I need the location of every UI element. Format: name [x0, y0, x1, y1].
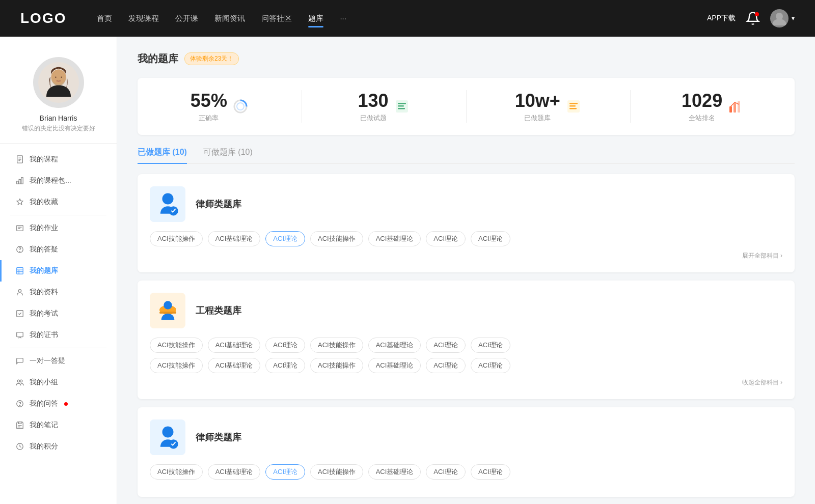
sidebar-item-one-on-one[interactable]: 一对一答疑 [0, 350, 117, 372]
sidebar-label-favorites: 我的收藏 [30, 198, 58, 207]
sidebar-item-homework[interactable]: 我的作业 [0, 217, 117, 239]
tag[interactable]: ACI基础理论 [208, 231, 261, 246]
sidebar-menu: 我的课程 我的课程包... 我的收藏 [0, 144, 117, 462]
certificate-icon [15, 330, 24, 340]
sidebar-item-points[interactable]: 我的积分 [0, 436, 117, 457]
svg-point-48 [162, 193, 173, 204]
tag[interactable]: ACI理论 [265, 338, 305, 353]
tag[interactable]: ACI基础理论 [208, 338, 261, 353]
tag[interactable]: ACI基础理论 [208, 358, 261, 373]
nav-more[interactable]: ··· [340, 12, 346, 25]
nav-discover[interactable]: 发现课程 [128, 12, 159, 25]
star-icon [15, 198, 24, 207]
stat-accuracy-label: 正确率 [191, 114, 227, 123]
list-yellow-icon [565, 98, 582, 115]
sidebar-item-notes[interactable]: 我的笔记 [0, 414, 117, 436]
nav-question-bank[interactable]: 题库 [308, 12, 323, 25]
tag[interactable]: ACI理论 [426, 358, 466, 373]
svg-rect-43 [569, 105, 576, 107]
sidebar-item-courses[interactable]: 我的课程 [0, 149, 117, 170]
expand-button-lawyer-1[interactable]: 展开全部科目 › [150, 251, 782, 260]
tag[interactable]: ACI理论 [471, 231, 510, 246]
tag-active[interactable]: ACI理论 [265, 231, 305, 246]
svg-point-27 [17, 380, 19, 382]
stats-row: 55% 正确率 130 已做试题 [138, 78, 795, 135]
sidebar-item-favorites[interactable]: 我的收藏 [0, 191, 117, 213]
tag[interactable]: ACI基础理论 [368, 338, 421, 353]
category-card-lawyer-1: 律师类题库 ACI技能操作 ACI基础理论 ACI理论 ACI技能操作 ACI基… [138, 174, 795, 272]
sidebar-item-group[interactable]: 我的小组 [0, 372, 117, 393]
user-avatar-container[interactable]: ▾ [770, 9, 795, 27]
tag[interactable]: ACI理论 [471, 464, 510, 480]
sidebar-label-courses: 我的课程 [30, 155, 58, 164]
category-header-lawyer-1: 律师类题库 [150, 186, 782, 222]
stat-accuracy-value: 55% [191, 90, 227, 111]
tab-done[interactable]: 已做题库 (10) [138, 147, 187, 163]
sidebar-label-questions: 我的问答 [30, 399, 58, 408]
category-header-engineer: 工程类题库 [150, 293, 782, 328]
main-content: 我的题库 体验剩余23天！ 55% 正确率 [117, 37, 815, 504]
tag[interactable]: ACI技能操作 [310, 231, 363, 246]
questions-notification-dot [64, 402, 68, 406]
tags-row-engineer-2: ACI技能操作 ACI基础理论 ACI理论 ACI技能操作 ACI基础理论 AC… [150, 358, 782, 373]
chevron-down-icon: ▾ [792, 15, 795, 22]
notification-bell[interactable] [746, 11, 760, 25]
tag[interactable]: ACI理论 [471, 358, 510, 373]
nav-open-course[interactable]: 公开课 [175, 12, 198, 25]
tag[interactable]: ACI理论 [471, 338, 510, 353]
tags-row-engineer-1: ACI技能操作 ACI基础理论 ACI理论 ACI技能操作 ACI基础理论 AC… [150, 338, 782, 353]
tag[interactable]: ACI基础理论 [368, 231, 421, 246]
tag[interactable]: ACI技能操作 [310, 338, 363, 353]
tag[interactable]: ACI基础理论 [368, 464, 421, 480]
tags-row-lawyer-1: ACI技能操作 ACI基础理论 ACI理论 ACI技能操作 ACI基础理论 AC… [150, 231, 782, 246]
tag[interactable]: ACI技能操作 [150, 338, 203, 353]
sidebar-item-ask[interactable]: 我的答疑 [0, 239, 117, 260]
lawyer-icon-1 [150, 186, 185, 222]
svg-point-22 [18, 290, 21, 292]
question-bank-icon [15, 266, 24, 275]
tag[interactable]: ACI技能操作 [310, 358, 363, 373]
tag[interactable]: ACI技能操作 [150, 231, 203, 246]
document-icon [15, 155, 24, 164]
svg-rect-18 [17, 268, 23, 274]
sidebar-label-points: 我的积分 [30, 442, 58, 451]
stat-rank: 1029 全站排名 [631, 90, 795, 123]
tag[interactable]: ACI理论 [426, 231, 466, 246]
assignment-icon [15, 223, 24, 233]
nav-qa[interactable]: 问答社区 [261, 12, 292, 25]
nav-news[interactable]: 新闻资讯 [214, 12, 245, 25]
tag-active[interactable]: ACI理论 [265, 464, 305, 480]
sidebar-item-question-bank[interactable]: 我的题库 [0, 260, 117, 282]
stat-banks-done: 10w+ 已做题库 [467, 90, 631, 123]
svg-point-28 [20, 380, 22, 382]
svg-rect-44 [569, 108, 577, 109]
sidebar-item-questions[interactable]: 我的问答 [0, 393, 117, 414]
svg-rect-13 [17, 226, 23, 231]
tag[interactable]: ACI基础理论 [208, 464, 261, 480]
sidebar-item-certificate[interactable]: 我的证书 [0, 324, 117, 346]
tag[interactable]: ACI技能操作 [150, 358, 203, 373]
sidebar-item-exam[interactable]: 我的考试 [0, 303, 117, 324]
collapse-button-engineer[interactable]: 收起全部科目 › [150, 378, 782, 387]
tag[interactable]: ACI理论 [426, 338, 466, 353]
tag[interactable]: ACI理论 [426, 464, 466, 480]
sidebar-label-exam: 我的考试 [30, 309, 58, 318]
exam-icon [15, 309, 24, 318]
tag[interactable]: ACI技能操作 [150, 464, 203, 480]
svg-point-36 [237, 103, 244, 110]
svg-point-0 [776, 13, 783, 20]
stat-banks-label: 已做题库 [515, 114, 560, 123]
tag[interactable]: ACI技能操作 [310, 464, 363, 480]
tag[interactable]: ACI基础理论 [368, 358, 421, 373]
sidebar-item-profile[interactable]: 我的资料 [0, 282, 117, 303]
nav-home[interactable]: 首页 [97, 12, 112, 25]
app-download-button[interactable]: APP下载 [707, 14, 736, 23]
svg-point-53 [164, 301, 172, 310]
category-title-engineer: 工程类题库 [196, 304, 241, 317]
sidebar-item-course-package[interactable]: 我的课程包... [0, 170, 117, 191]
svg-rect-10 [17, 181, 19, 184]
tag[interactable]: ACI理论 [265, 358, 305, 373]
chart-red-icon [727, 98, 744, 115]
svg-rect-47 [738, 101, 740, 113]
tab-available[interactable]: 可做题库 (10) [203, 147, 253, 163]
